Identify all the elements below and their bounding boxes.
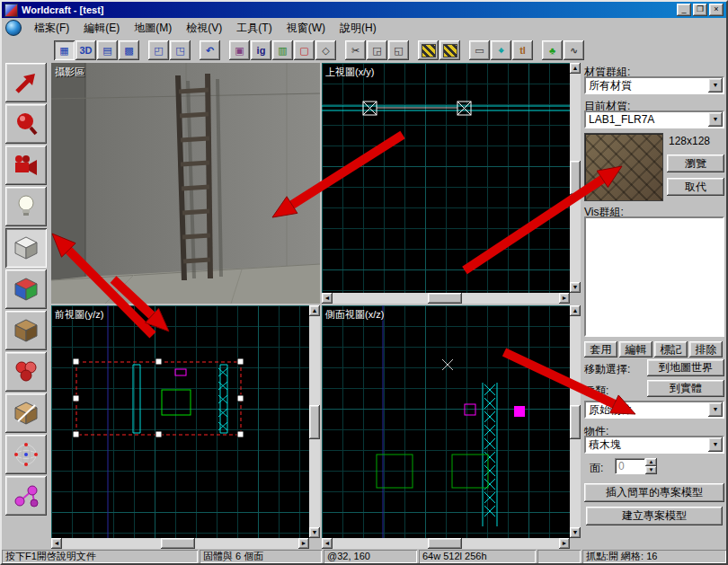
top-viewport[interactable]: 上視圖(x/y) ◄ ► ▲ ▼ [322, 63, 581, 304]
top-viewport-hscroll[interactable]: ◄ ► [322, 293, 570, 304]
front-viewport-canvas[interactable]: 前視圖(y/z) [51, 305, 309, 538]
insert-prefab-button[interactable]: 插入簡單的專案模型 [584, 483, 724, 502]
chevron-down-icon[interactable]: ▼ [708, 437, 723, 452]
selection-tool-button[interactable] [5, 63, 47, 102]
texture-apply-tool-button[interactable] [5, 269, 47, 309]
block-tool-button[interactable] [5, 228, 47, 268]
camera-tool-button[interactable] [5, 146, 47, 185]
undo-button[interactable]: ↶ [200, 40, 220, 60]
chevron-down-icon[interactable]: ▼ [708, 112, 723, 127]
app-icon[interactable] [4, 4, 18, 17]
restore-button[interactable]: ❐ [693, 4, 707, 16]
to-entity-button[interactable]: 到實體 [647, 380, 724, 397]
scroll-left-button[interactable]: ◄ [322, 293, 333, 304]
menu-item-window[interactable]: 視窗(W) [280, 18, 333, 38]
select-mode-button[interactable]: ▭ [469, 40, 490, 60]
scroll-up-button[interactable]: ▲ [570, 63, 581, 74]
load-window-state-button[interactable]: ◰ [148, 40, 169, 60]
visgroup-mark-button[interactable]: 標記 [654, 341, 688, 358]
to-world-button[interactable]: 到地圖世界 [647, 359, 724, 376]
magnify-tool-button[interactable] [5, 104, 47, 144]
create-prefab-button[interactable]: 建立專案模型 [586, 507, 723, 525]
scroll-track[interactable] [333, 538, 559, 549]
camera-viewport[interactable]: 攝影區 [51, 63, 320, 304]
side-viewport-vscroll[interactable]: ▲ ▼ [570, 305, 581, 538]
edit-cordon-bounds-button[interactable] [418, 40, 439, 60]
copy-button[interactable]: ◲ [367, 40, 387, 60]
save-window-state-button[interactable]: ◳ [170, 40, 191, 60]
scroll-track[interactable] [333, 293, 559, 304]
clip-tool-button[interactable] [5, 393, 47, 433]
menu-item-tools[interactable]: 工具(T) [229, 18, 279, 38]
texture-preview[interactable] [584, 133, 663, 201]
visgroup-listbox[interactable] [584, 216, 724, 337]
cut-button[interactable]: ✂ [345, 40, 366, 60]
side-viewport-canvas[interactable]: 側面視圖(x/z) [322, 305, 570, 538]
current-texture-combo[interactable]: LAB1_FLR7A ▼ [584, 110, 724, 128]
spline-button[interactable]: ∿ [564, 40, 584, 60]
menu-item-view[interactable]: 檢視(V) [179, 18, 229, 38]
entity-tool-button[interactable] [5, 187, 47, 226]
faces-stepper[interactable]: ▲ ▼ [645, 458, 657, 474]
texture-group-combo[interactable]: 所有材質 ▼ [584, 76, 724, 94]
top-viewport-canvas[interactable]: 上視圖(x/y) [322, 63, 570, 293]
select-touching-button[interactable]: ▢ [294, 40, 315, 60]
spin-down-icon[interactable]: ▼ [645, 466, 657, 474]
chevron-down-icon[interactable]: ▼ [708, 78, 723, 93]
toggle-cordon-button[interactable] [439, 40, 460, 60]
toggle-3d-grid-button[interactable]: 3D [75, 40, 96, 60]
scroll-thumb[interactable] [428, 293, 462, 304]
center-on-selection-button[interactable]: ⌖ [491, 40, 511, 60]
visgroup-purge-button[interactable]: 排除 [689, 341, 723, 358]
path-tool-button[interactable] [5, 476, 47, 516]
front-viewport[interactable]: 前視圖(y/z) ◄ ► ▲ ▼ [51, 305, 320, 549]
close-button[interactable]: × [709, 4, 724, 16]
texture-lock-button[interactable]: tl [512, 40, 533, 60]
scroll-thumb[interactable] [309, 405, 320, 439]
paste-button[interactable]: ◱ [388, 40, 409, 60]
group-button[interactable]: ▥ [272, 40, 293, 60]
side-viewport[interactable]: 側面視圖(x/z) ◄ ► ▲ ▼ [322, 305, 581, 549]
scroll-down-button[interactable]: ▼ [570, 527, 581, 538]
visgroup-edit-button[interactable]: 編輯 [619, 341, 653, 358]
scroll-thumb[interactable] [161, 538, 195, 549]
scroll-track[interactable] [570, 316, 581, 527]
category-combo[interactable]: 原始物件 ▼ [584, 401, 724, 419]
scroll-right-button[interactable]: ► [298, 538, 309, 549]
decal-tool-button[interactable] [5, 352, 47, 392]
scroll-right-button[interactable]: ► [559, 293, 570, 304]
side-viewport-hscroll[interactable]: ◄ ► [322, 538, 570, 549]
scroll-down-button[interactable]: ▼ [309, 527, 320, 538]
scroll-thumb[interactable] [570, 161, 581, 195]
scroll-track[interactable] [62, 538, 298, 549]
objects-combo[interactable]: 積木塊 ▼ [584, 436, 724, 454]
spin-up-icon[interactable]: ▲ [645, 458, 657, 466]
scroll-thumb[interactable] [428, 538, 462, 549]
scroll-down-button[interactable]: ▼ [570, 282, 581, 293]
scroll-thumb[interactable] [570, 405, 581, 439]
menu-item-map[interactable]: 地圖(M) [127, 18, 179, 38]
front-viewport-hscroll[interactable]: ◄ ► [51, 538, 309, 549]
larger-grid-button[interactable]: ▩ [119, 40, 139, 60]
select-solids-button[interactable]: ◇ [315, 40, 336, 60]
menu-item-file[interactable]: 檔案(F) [27, 18, 76, 38]
minimize-button[interactable]: _ [677, 4, 691, 16]
carve-button[interactable]: ▣ [229, 40, 250, 60]
scroll-left-button[interactable]: ◄ [51, 538, 62, 549]
replace-button[interactable]: 取代 [667, 178, 724, 196]
toggle-grid-button[interactable]: ▦ [54, 40, 75, 60]
check-problems-button[interactable]: ♣ [542, 40, 563, 60]
chevron-down-icon[interactable]: ▼ [708, 402, 723, 417]
scroll-right-button[interactable]: ► [559, 538, 570, 549]
scroll-left-button[interactable]: ◄ [322, 538, 333, 549]
visgroup-apply-button[interactable]: 套用 [584, 341, 617, 358]
scroll-up-button[interactable]: ▲ [309, 305, 320, 316]
scroll-track[interactable] [570, 74, 581, 282]
ignore-groups-button[interactable]: ig [251, 40, 271, 60]
faces-field[interactable]: 0 [615, 458, 645, 474]
smaller-grid-button[interactable]: ▤ [97, 40, 118, 60]
front-viewport-vscroll[interactable]: ▲ ▼ [309, 305, 320, 538]
top-viewport-vscroll[interactable]: ▲ ▼ [570, 63, 581, 293]
scroll-up-button[interactable]: ▲ [570, 305, 581, 316]
menu-item-edit[interactable]: 編輯(E) [76, 18, 127, 38]
